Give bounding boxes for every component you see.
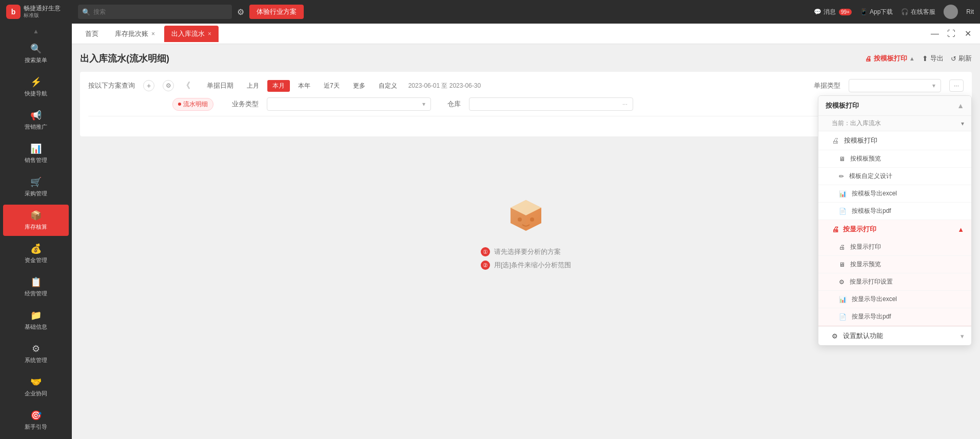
- sidebar-item-basic-info[interactable]: 📁 基础信息: [3, 305, 69, 336]
- dp-sub-item-display-preview[interactable]: 🖥 按显示预览: [818, 256, 971, 273]
- message-badge: 99+: [839, 9, 852, 15]
- warehouse-select[interactable]: ···: [469, 97, 633, 111]
- tab-close-btn[interactable]: ✕: [962, 28, 974, 40]
- tab-actions: — ⛶ ✕: [929, 28, 974, 40]
- dp-sub-item-template-preview[interactable]: 🖥 按模板预览: [818, 150, 971, 168]
- purchase-icon: 🛒: [30, 176, 42, 188]
- marketing-icon: 📢: [30, 110, 42, 121]
- sidebar-item-operations[interactable]: 📋 经营管理: [3, 271, 69, 303]
- dp-section-display-header[interactable]: 🖨 按显示打印 ▲: [818, 220, 971, 238]
- dp-sub-item-template-design[interactable]: ✏ 模板自定义设计: [818, 168, 971, 185]
- date-opt-prev-month[interactable]: 上月: [242, 80, 264, 92]
- sidebar-item-purchase[interactable]: 🛒 采购管理: [3, 171, 69, 203]
- display-print-header-label: 按显示打印: [843, 225, 876, 234]
- date-opt-this-year[interactable]: 本年: [293, 80, 316, 92]
- sidebar-item-label: 企业协同: [25, 390, 47, 397]
- main-layout: ▲ 🔍 搜索菜单 ⚡ 快捷导航 📢 营销推广 📊 销售管理 🛒 采购管理 📦 库…: [0, 24, 980, 439]
- refresh-icon: ↺: [951, 55, 956, 63]
- display-pdf-icon: 📄: [839, 313, 847, 321]
- dp-sub-item-template-pdf[interactable]: 📄 按模板导出pdf: [818, 203, 971, 220]
- sidebar-item-search-menu[interactable]: 🔍 搜索菜单: [3, 38, 69, 69]
- tab-minimize-btn[interactable]: —: [929, 28, 941, 40]
- tab-in-out-flow-close[interactable]: ×: [208, 31, 211, 37]
- display-print-header-icon: 🖨: [832, 225, 839, 233]
- tip-num-2: ②: [481, 261, 490, 270]
- tab-expand-btn[interactable]: ⛶: [945, 28, 957, 40]
- dp-sub-item-display-excel[interactable]: 📊 按显示导出excel: [818, 291, 971, 308]
- empty-illustration: [500, 190, 552, 241]
- date-range-text: 2023-06-01 至 2023-06-30: [408, 82, 481, 90]
- sidebar-item-quick-nav[interactable]: ⚡ 快捷导航: [3, 71, 69, 103]
- dp-sub-item-display-settings[interactable]: ⚙ 按显示打印设置: [818, 273, 971, 291]
- app-download-item[interactable]: 📱 App下载: [860, 8, 893, 16]
- date-opt-more[interactable]: 更多: [348, 80, 370, 92]
- message-item[interactable]: 💬 消息 99+: [814, 8, 852, 16]
- search-bar-top[interactable]: 🔍: [78, 5, 232, 19]
- filter-tag[interactable]: 流水明细: [172, 98, 213, 111]
- dp-sub-item-label: 按显示导出excel: [852, 295, 897, 304]
- sidebar-item-system[interactable]: ⚙ 系统管理: [3, 338, 69, 369]
- sidebar-item-guide[interactable]: 🎯 新手引导: [3, 405, 69, 436]
- tip-text-1: 请先选择要分析的方案: [494, 247, 561, 256]
- export-icon: ⬆: [922, 54, 928, 63]
- tab-home-label: 首页: [85, 29, 99, 38]
- page-top-actions: 🖨 按模板打印 ▲ ⬆ 导出 ↺ 刷新: [865, 54, 972, 63]
- dp-sub-item-display-print[interactable]: 🖨 按显示打印: [818, 238, 971, 256]
- sidebar-item-label: 基础信息: [25, 323, 47, 331]
- dp-header: 按模板打印 ▲: [818, 96, 971, 116]
- date-opt-custom[interactable]: 自定义: [374, 80, 402, 92]
- tab-in-out-flow-label: 出入库流水: [171, 29, 205, 38]
- tab-batch-account[interactable]: 库存批次账 ×: [108, 26, 162, 42]
- search-input[interactable]: [93, 8, 228, 15]
- design-icon: ✏: [839, 173, 844, 180]
- empty-tip-2: ② 用[选]条件来缩小分析范围: [481, 261, 571, 270]
- user-name: Rit: [966, 8, 974, 15]
- sidebar-item-finance[interactable]: 💰 资金管理: [3, 238, 69, 269]
- dp-current-arrow[interactable]: ▾: [961, 120, 964, 127]
- dp-footer-arrow: ▾: [961, 332, 964, 340]
- quick-nav-icon: ⚡: [30, 76, 42, 88]
- dp-header-arrow[interactable]: ▲: [957, 102, 964, 110]
- doc-type-select[interactable]: ▾: [849, 79, 941, 92]
- refresh-action[interactable]: ↺ 刷新: [951, 54, 972, 63]
- biz-type-select[interactable]: ▾: [267, 97, 431, 111]
- tab-home[interactable]: 首页: [78, 26, 106, 42]
- sidebar-item-sales[interactable]: 📊 销售管理: [3, 138, 69, 169]
- enterprise-icon: 🤝: [30, 376, 42, 388]
- tab-in-out-flow[interactable]: 出入库流水 ×: [164, 26, 219, 42]
- warehouse-arrow: ···: [622, 101, 628, 108]
- display-settings-icon: ⚙: [839, 278, 845, 286]
- filter-tag-dot: [178, 103, 181, 106]
- svg-point-4: [518, 217, 522, 222]
- gear-button[interactable]: ⚙: [237, 7, 244, 17]
- filter-collapse-btn[interactable]: 《: [182, 81, 190, 91]
- industry-btn[interactable]: 体验行业方案: [249, 5, 304, 19]
- online-service-item[interactable]: 🎧 在线客服: [901, 8, 935, 16]
- sidebar-item-inventory[interactable]: 📦 库存核算: [3, 205, 69, 236]
- empty-tips: ① 请先选择要分析的方案 ② 用[选]条件来缩小分析范围: [481, 247, 571, 270]
- date-opt-this-month[interactable]: 本月: [267, 80, 290, 92]
- sidebar-item-label: 采购管理: [25, 190, 47, 197]
- print-action[interactable]: 🖨 按模板打印 ▲: [865, 54, 915, 63]
- tabs-bar: 首页 库存批次账 × 出入库流水 × — ⛶ ✕: [72, 24, 980, 44]
- avatar[interactable]: [944, 5, 958, 19]
- filter-set-btn[interactable]: ⚙: [163, 80, 174, 91]
- sidebar-scroll-up[interactable]: ▲: [0, 26, 72, 37]
- dp-footer-settings[interactable]: ⚙ 设置默认功能 ▾: [818, 326, 971, 345]
- dp-sub-item-display-pdf[interactable]: 📄 按显示导出pdf: [818, 308, 971, 326]
- sidebar-item-marketing[interactable]: 📢 营销推广: [3, 105, 69, 136]
- dp-sub-item-template-excel[interactable]: 📊 按模板导出excel: [818, 185, 971, 203]
- sidebar-item-enterprise[interactable]: 🤝 企业协同: [3, 371, 69, 403]
- filter-add-btn[interactable]: +: [143, 80, 154, 91]
- preview-icon: 🖥: [839, 155, 845, 163]
- display-excel-icon: 📊: [839, 296, 847, 303]
- biz-type-label: 业务类型: [232, 99, 259, 109]
- dp-title: 按模板打印: [826, 101, 859, 110]
- tab-batch-account-close[interactable]: ×: [151, 31, 155, 37]
- refresh-label: 刷新: [958, 54, 972, 63]
- doc-type-more-btn[interactable]: ···: [949, 79, 964, 92]
- export-action[interactable]: ⬆ 导出: [922, 54, 944, 63]
- date-opt-last-7[interactable]: 近7天: [319, 80, 345, 92]
- dp-item-template-print[interactable]: 🖨 按模板打印: [818, 131, 971, 150]
- online-service-label: 在线客服: [911, 8, 935, 16]
